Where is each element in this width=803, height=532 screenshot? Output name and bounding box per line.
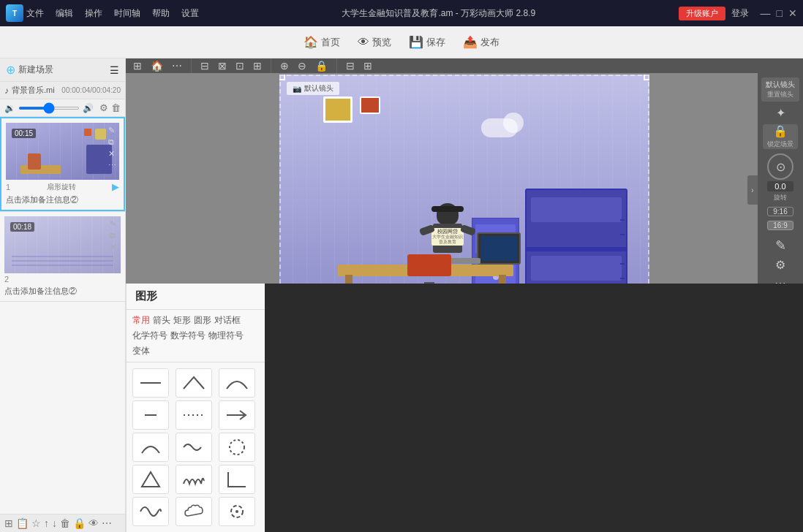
canvas-tool-2[interactable]: ⚙ (775, 258, 785, 272)
canvas-btn-layers[interactable]: ⊟ (197, 58, 212, 73)
shape-grid (127, 362, 265, 532)
menu-file[interactable]: 文件 (26, 7, 44, 20)
canvas-btn-grid[interactable]: ⊞ (130, 58, 145, 73)
scene-action-more-1[interactable]: ⋯ (108, 161, 116, 170)
center-area: ⊞ 🏠 ⋯ ⊟ ⊠ ⊡ ⊞ ⊕ ⊖ 🔒 ⊟ ⊞ (126, 58, 803, 532)
more-scene-btn[interactable]: ⋯ (102, 517, 112, 529)
selection-handle-tl[interactable] (278, 73, 285, 80)
cat-balloon[interactable]: 对话框 (214, 314, 241, 327)
lock-scene-ctrl[interactable]: 🔒 锁定场景 (763, 124, 798, 149)
reset-icon: 默认镜头 (764, 80, 797, 90)
shape-arrow-right[interactable] (219, 400, 255, 430)
reset-camera-btn[interactable]: 默认镜头 重置镜头 (761, 77, 799, 102)
monitor (477, 232, 521, 265)
add-scene-btn[interactable]: ⊞ (4, 517, 13, 529)
login-button[interactable]: 登录 (731, 7, 749, 20)
scene-action-delete-2[interactable]: ✕ (110, 243, 118, 252)
down-btn[interactable]: ↓ (52, 517, 57, 529)
eye-btn[interactable]: 👁 (88, 517, 99, 529)
canvas-btn-arrange[interactable]: ⊠ (215, 58, 230, 73)
scene-item-1[interactable]: 00:15 ✎ ⧉ ✕ ⋯ 1 扇形旋转 ▶ 点击添加备注信息② (0, 117, 125, 211)
rotate-dial[interactable]: ⊙ (767, 153, 793, 180)
scene-action-edit-2[interactable]: ✎ (110, 219, 118, 229)
delete-icon[interactable]: 🗑 (111, 102, 121, 113)
bg-music-time: 00:00:04/00:04:20 (61, 86, 121, 94)
cat-arrow[interactable]: 箭头 (153, 314, 170, 327)
shape-squiggle[interactable] (176, 465, 212, 494)
toolbar-save[interactable]: 💾 保存 (409, 35, 445, 49)
menu-operate[interactable]: 操作 (85, 7, 102, 20)
settings-icon[interactable]: ⚙ (99, 102, 108, 113)
shape-arc-wave[interactable] (176, 433, 212, 462)
canvas-toolbar: ⊞ 🏠 ⋯ ⊟ ⊠ ⊡ ⊞ ⊕ ⊖ 🔒 ⊟ ⊞ (126, 58, 803, 73)
canvas-wrapper: 默认镜头 重置镜头 ✦ 🔒 锁定场景 ⊙ 0.0 (126, 73, 803, 284)
up-btn[interactable]: ↑ (44, 517, 49, 529)
selection-handle-tr[interactable] (644, 73, 651, 80)
close-button[interactable]: ✕ (788, 7, 797, 19)
canvas-btn-home[interactable]: 🏠 (148, 58, 166, 73)
canvas-btn-distribute[interactable]: ⊞ (250, 58, 265, 73)
cat-circle[interactable]: 圆形 (194, 314, 211, 327)
app: T 文件 编辑 操作 时间轴 帮助 设置 大学生金融知识普及教育.am - 万彩… (0, 0, 803, 532)
scene-background: 📷 默认镜头 (279, 75, 649, 284)
delete-scene-btn[interactable]: 🗑 (60, 517, 70, 529)
shape-cloud[interactable] (176, 497, 212, 526)
new-scene-button[interactable]: ⊕ 新建场景 (6, 63, 53, 77)
menu-settings[interactable]: 设置 (181, 7, 199, 20)
canvas-btn-more[interactable]: ⋯ (169, 58, 185, 73)
aspect-916-btn[interactable]: 9:16 (767, 207, 793, 216)
maximize-button[interactable]: □ (777, 7, 783, 19)
lock-scene-btn[interactable]: 🔒 (73, 517, 86, 529)
shape-line-short[interactable] (132, 400, 169, 430)
cat-rect[interactable]: 矩形 (173, 314, 191, 327)
import-btn[interactable]: 📋 (16, 517, 29, 529)
shape-corner[interactable] (219, 465, 255, 494)
scene-action-copy-1[interactable]: ⧉ (108, 137, 116, 147)
menu-edit[interactable]: 编辑 (56, 7, 73, 20)
canvas-btn-contract[interactable]: ⊞ (361, 58, 375, 73)
volume-slider[interactable] (18, 107, 80, 110)
canvas-btn-zoomout[interactable]: ⊖ (295, 58, 309, 73)
star-btn[interactable]: ☆ (31, 517, 41, 529)
scene-action-more-2[interactable]: ⋯ (110, 254, 118, 264)
shape-line-curve[interactable] (219, 368, 255, 398)
list-icon[interactable]: ☰ (110, 64, 119, 76)
main-toolbar: 🏠 首页 👁 预览 💾 保存 📤 发布 (0, 26, 803, 58)
toolbar-home[interactable]: 🏠 首页 (304, 35, 340, 49)
scene-play-btn-1[interactable]: ▶ (112, 181, 119, 192)
aspect-169-btn[interactable]: 16:9 (767, 221, 793, 230)
cat-math[interactable]: 数学符号 (170, 330, 206, 342)
cat-physics[interactable]: 物理符号 (208, 330, 244, 342)
shape-line-angle[interactable] (176, 368, 212, 398)
canvas-more-btn[interactable]: ⋯ (774, 276, 786, 284)
cat-variant[interactable]: 变体 (132, 345, 150, 357)
main-canvas[interactable]: 📷 默认镜头 (278, 73, 651, 284)
scene-item-2[interactable]: 00:18 ✎ ⧉ ✕ ⋯ 2 点击添加备注信息② (0, 211, 125, 302)
edit-btn[interactable]: ✎ (775, 238, 786, 254)
scene-action-copy-2[interactable]: ⧉ (110, 231, 118, 240)
canvas-btn-lock[interactable]: 🔒 (312, 58, 331, 73)
shape-circle-dots[interactable] (219, 433, 255, 462)
shape-arc-open[interactable] (132, 433, 169, 462)
canvas-btn-align[interactable]: ⊡ (233, 58, 247, 73)
canvas-btn-expand[interactable]: ⊟ (343, 58, 358, 73)
expand-panel-btn[interactable]: › (747, 175, 758, 205)
toolbar-preview[interactable]: 👁 预览 (358, 36, 391, 49)
cat-chem[interactable]: 化学符号 (132, 330, 167, 342)
scene-action-edit-1[interactable]: ✎ (108, 126, 116, 135)
shape-wave[interactable] (132, 497, 169, 526)
scene-action-delete-1[interactable]: ✕ (108, 149, 116, 159)
desk-leg-r (499, 275, 506, 284)
menu-timeline[interactable]: 时间轴 (114, 7, 140, 20)
shape-dots-circle[interactable] (219, 497, 255, 526)
cat-common[interactable]: 常用 (132, 314, 150, 327)
canvas-tool-1[interactable]: ✦ (776, 106, 785, 120)
canvas-btn-zoomin[interactable]: ⊕ (277, 58, 292, 73)
minimize-button[interactable]: — (761, 7, 771, 19)
shape-line-straight[interactable] (132, 368, 169, 398)
toolbar-publish[interactable]: 📤 发布 (463, 35, 499, 49)
menu-help[interactable]: 帮助 (152, 7, 170, 20)
upgrade-button[interactable]: 升级账户 (679, 7, 725, 20)
shape-line-dots[interactable] (176, 400, 212, 430)
shape-triangle[interactable] (132, 465, 169, 494)
